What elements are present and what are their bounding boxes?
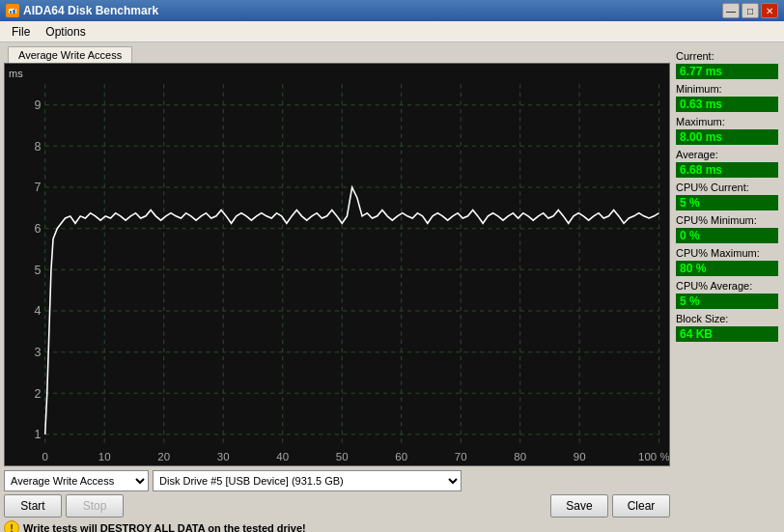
minimum-label: Minimum: — [676, 83, 778, 95]
left-panel: Average Write Access ms 14:24 — [4, 46, 670, 528]
controls-row2: Start Stop Save Clear — [4, 494, 670, 518]
average-value: 6.68 ms — [676, 162, 778, 178]
svg-rect-4 — [5, 64, 669, 465]
y-axis-label: ms — [9, 68, 23, 79]
svg-text:9: 9 — [35, 98, 42, 112]
block-size-label: Block Size: — [676, 313, 778, 324]
maximum-label: Maximum: — [676, 116, 778, 127]
svg-text:30: 30 — [217, 450, 230, 462]
save-button[interactable]: Save — [550, 494, 608, 518]
svg-rect-3 — [14, 9, 15, 14]
svg-text:5: 5 — [35, 263, 42, 276]
svg-text:60: 60 — [395, 450, 407, 462]
svg-text:100 %: 100 % — [638, 450, 669, 462]
cpu-average-value: 5 % — [676, 294, 778, 309]
svg-text:3: 3 — [35, 346, 42, 359]
minimum-value: 0.63 ms — [676, 97, 778, 112]
menu-options[interactable]: Options — [38, 23, 93, 41]
stats-panel: Current: 6.77 ms Minimum: 0.63 ms Maximu… — [674, 46, 780, 528]
controls-row1: Average Write Access Average Read Access… — [4, 470, 670, 491]
cpu-current-label: CPU% Current: — [676, 182, 778, 193]
svg-text:7: 7 — [35, 181, 42, 194]
warning-text: Write tests will DESTROY ALL DATA on the… — [23, 522, 306, 532]
svg-rect-2 — [13, 10, 14, 14]
cpu-maximum-label: CPU% Maximum: — [676, 247, 778, 259]
maximize-button[interactable]: □ — [742, 3, 759, 18]
svg-text:10: 10 — [98, 450, 111, 462]
block-size-value: 64 KB — [676, 326, 778, 342]
title-bar: AIDA64 Disk Benchmark — □ ✕ — [0, 0, 784, 21]
current-value: 6.77 ms — [676, 64, 778, 79]
chart-svg: 9 8 7 6 5 4 3 2 1 0 10 20 — [5, 64, 669, 465]
svg-text:50: 50 — [336, 450, 349, 462]
close-button[interactable]: ✕ — [761, 3, 778, 18]
stop-button[interactable]: Stop — [66, 494, 124, 518]
window-title: AIDA64 Disk Benchmark — [23, 4, 158, 17]
svg-text:8: 8 — [35, 139, 42, 153]
cpu-minimum-value: 0 % — [676, 228, 778, 243]
cpu-minimum-label: CPU% Minimum: — [676, 214, 778, 226]
warning-row: ! Write tests will DESTROY ALL DATA on t… — [4, 520, 670, 532]
warning-icon: ! — [4, 520, 19, 532]
drive-select[interactable]: Disk Drive #5 [USB Device] (931.5 GB) — [153, 470, 462, 491]
menu-file[interactable]: File — [4, 23, 38, 41]
start-button[interactable]: Start — [4, 494, 62, 518]
cpu-current-value: 5 % — [676, 195, 778, 210]
current-label: Current: — [676, 50, 778, 62]
clear-button[interactable]: Clear — [612, 494, 670, 518]
svg-text:0: 0 — [42, 450, 48, 462]
main-container: Average Write Access ms 14:24 — [0, 42, 784, 532]
test-type-select[interactable]: Average Write Access Average Read Access… — [4, 470, 149, 491]
svg-text:1: 1 — [35, 428, 42, 441]
svg-rect-1 — [10, 11, 12, 14]
svg-text:90: 90 — [574, 450, 586, 462]
minimize-button[interactable]: — — [722, 3, 740, 18]
chart-area: ms 14:24 — [4, 63, 670, 466]
maximum-value: 8.00 ms — [676, 129, 778, 145]
cpu-average-label: CPU% Average: — [676, 280, 778, 292]
svg-text:6: 6 — [35, 222, 42, 236]
svg-text:4: 4 — [35, 304, 42, 318]
bottom-controls: Average Write Access Average Read Access… — [4, 470, 670, 528]
chart-tab[interactable]: Average Write Access — [8, 46, 132, 63]
menu-bar: File Options — [0, 21, 784, 42]
window-controls: — □ ✕ — [722, 3, 778, 18]
svg-text:40: 40 — [276, 450, 289, 462]
cpu-maximum-value: 80 % — [676, 261, 778, 276]
svg-text:2: 2 — [35, 386, 42, 400]
svg-text:70: 70 — [455, 450, 467, 462]
average-label: Average: — [676, 149, 778, 160]
svg-text:20: 20 — [157, 450, 170, 462]
app-icon — [6, 4, 19, 17]
svg-text:80: 80 — [514, 450, 526, 462]
